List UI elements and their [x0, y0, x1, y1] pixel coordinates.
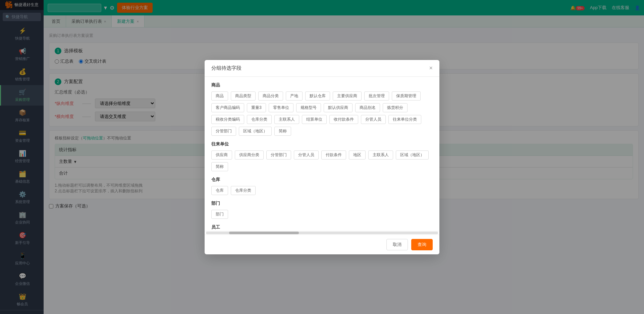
field-tag[interactable]: 仓库分类 — [247, 115, 272, 124]
field-tag[interactable]: 批次管理 — [364, 91, 389, 101]
dialog-footer: 取消 查询 — [205, 235, 439, 254]
confirm-button[interactable]: 查询 — [411, 239, 433, 250]
field-selection-dialog: 分组待选字段 × 商品商品商品类型商品分类产地默认仓库主要供应商批次管理保质期管… — [205, 60, 439, 254]
field-group-department: 部门部门 — [211, 200, 433, 219]
cancel-button[interactable]: 取消 — [386, 239, 408, 250]
field-tags-counterpart: 供应商供应商分类分管部门分管人员付款条件地区主联系人区域（地区）简称 — [211, 150, 433, 171]
dialog-overlay: 分组待选字段 × 商品商品商品类型商品分类产地默认仓库主要供应商批次管理保质期管… — [0, 0, 644, 314]
dialog-body: 商品商品商品类型商品分类产地默认仓库主要供应商批次管理保质期管理客户商品编码重量… — [205, 77, 439, 231]
field-group-title-counterpart: 往来单位 — [211, 141, 433, 147]
field-group-warehouse: 仓库仓库仓库分类 — [211, 177, 433, 195]
field-tag[interactable]: 地区 — [349, 150, 366, 160]
field-group-title-department: 部门 — [211, 200, 433, 206]
field-tag[interactable]: 商品分类 — [258, 91, 283, 101]
field-tag[interactable]: 商品 — [211, 91, 228, 101]
field-group-title-warehouse: 仓库 — [211, 177, 433, 183]
field-tag[interactable]: 规格型号 — [296, 103, 321, 112]
field-tags-department: 部门 — [211, 210, 433, 219]
field-tag[interactable]: 分管部门 — [211, 127, 236, 136]
field-tag[interactable]: 默认供应商 — [324, 103, 353, 112]
field-group-product: 商品商品商品类型商品分类产地默认仓库主要供应商批次管理保质期管理客户商品编码重量… — [211, 82, 433, 136]
field-tag[interactable]: 区域（地区） — [239, 127, 272, 136]
field-tag[interactable]: 往来单位分类 — [388, 115, 421, 124]
field-group-counterpart: 往来单位供应商供应商分类分管部门分管人员付款条件地区主联系人区域（地区）简称 — [211, 141, 433, 171]
field-tag[interactable]: 供应商 — [211, 150, 232, 160]
field-tag[interactable]: 分管部门 — [266, 150, 291, 160]
field-tag[interactable]: 产地 — [286, 91, 303, 101]
field-tag[interactable]: 仓库 — [211, 186, 228, 195]
field-tag[interactable]: 默认仓库 — [305, 91, 330, 101]
field-group-employee: 员工业务员 — [211, 224, 433, 231]
field-tag[interactable]: 客户商品编码 — [211, 103, 244, 112]
field-group-title-product: 商品 — [211, 82, 433, 88]
field-tag[interactable]: 商品别名 — [355, 103, 380, 112]
field-tag[interactable]: 仓库分类 — [231, 186, 256, 195]
field-tag[interactable]: 收付款条件 — [329, 115, 358, 124]
field-tag[interactable]: 零售单位 — [269, 103, 293, 112]
field-tags-warehouse: 仓库仓库分类 — [211, 186, 433, 195]
field-tag[interactable]: 付款条件 — [321, 150, 346, 160]
field-tags-product: 商品商品类型商品分类产地默认仓库主要供应商批次管理保质期管理客户商品编码重量3零… — [211, 91, 433, 136]
field-tag[interactable]: 结算单位 — [302, 115, 327, 124]
field-tag[interactable]: 保质期管理 — [392, 91, 421, 101]
field-tag[interactable]: 区域（地区） — [396, 150, 429, 160]
field-group-title-employee: 员工 — [211, 224, 433, 230]
field-tag[interactable]: 简称 — [274, 127, 291, 136]
field-tag[interactable]: 供应商分类 — [235, 150, 264, 160]
dialog-close-button[interactable]: × — [429, 65, 433, 72]
field-tag[interactable]: 炼货积分 — [383, 103, 408, 112]
field-tag[interactable]: 重量3 — [247, 103, 266, 112]
field-tag[interactable]: 分管人员 — [294, 150, 319, 160]
horizontal-scrollbar[interactable] — [205, 231, 439, 234]
field-tag[interactable]: 税收分类编码 — [211, 115, 244, 124]
field-tag[interactable]: 商品类型 — [231, 91, 256, 101]
field-tag[interactable]: 主联系人 — [368, 150, 393, 160]
dialog-title: 分组待选字段 — [211, 65, 241, 71]
field-tag[interactable]: 简称 — [211, 162, 228, 171]
field-tag[interactable]: 分管人员 — [361, 115, 386, 124]
field-tag[interactable]: 主要供应商 — [333, 91, 362, 101]
field-tag[interactable]: 部门 — [211, 210, 228, 219]
field-tag[interactable]: 主联系人 — [274, 115, 299, 124]
dialog-header: 分组待选字段 × — [205, 60, 439, 77]
